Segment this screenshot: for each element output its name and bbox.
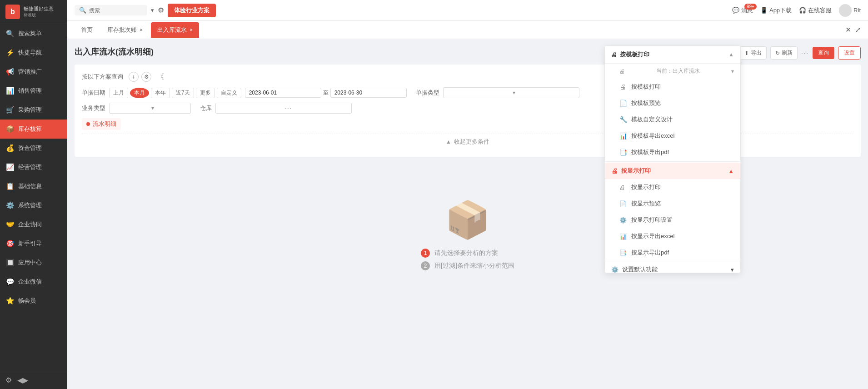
current-icon: 🖨	[619, 68, 625, 75]
tab-home-label: 首页	[81, 26, 93, 34]
setting-btn[interactable]: 设置	[838, 46, 861, 60]
sidebar-item-guide[interactable]: 🎯 新手引导	[0, 234, 67, 253]
dropdown-item-template-custom[interactable]: 🔧 模板自定义设计	[605, 111, 740, 128]
online-service-btn[interactable]: 🎧 在线客服	[799, 6, 832, 15]
filter-add-btn[interactable]: +	[129, 72, 139, 82]
dropdown-title: 🖨 按模板打印	[611, 50, 649, 59]
sidebar-item-purchase[interactable]: 🛒 采购管理	[0, 100, 67, 120]
biztype-label: 业务类型	[82, 104, 105, 112]
query-btn[interactable]: 查询	[813, 47, 834, 59]
display-pdf-icon: 📑	[619, 249, 628, 256]
dropdown-item-template-print[interactable]: 🖨 按模板打印	[605, 79, 740, 95]
sidebar-item-system[interactable]: ⚙️ 系统管理	[0, 196, 67, 215]
topbar: 🔍 ▾ ⚙ 体验行业方案 💬 消息 99+ 📱 App下载 🎧 在线客服	[67, 0, 868, 21]
empty-illustration: 📦	[445, 199, 490, 241]
chevron-up-icon: ▲	[446, 139, 451, 145]
filter-biztype-field: 业务类型 ▾	[82, 103, 191, 114]
date-to-input[interactable]	[330, 88, 407, 98]
filter-actions: + ⚙	[129, 72, 151, 82]
display-settings-icon: ⚙️	[619, 217, 628, 224]
trial-btn[interactable]: 体验行业方案	[168, 4, 216, 17]
tab-flow-label: 出入库流水	[157, 26, 187, 34]
dropdown-collapse-icon[interactable]: ▲	[728, 51, 734, 58]
topbar-search-box[interactable]: 🔍	[75, 5, 147, 15]
filter-date-field: 单据日期 上月 本月 本年 近7天 更多 自定义 至	[82, 88, 407, 98]
dropdown-item-display-excel[interactable]: 📊 按显示导出excel	[611, 228, 740, 244]
topbar-dropdown[interactable]: ▾	[151, 7, 154, 14]
date-btn-last-7-days[interactable]: 近7天	[172, 88, 194, 98]
dropdown-item-template-excel[interactable]: 📊 按模板导出excel	[605, 128, 740, 144]
dropdown-section-display[interactable]: 🖨 按显示打印 ▲	[605, 163, 740, 179]
apps-icon: 🔲	[5, 258, 15, 267]
app-download-btn[interactable]: 📱 App下载	[760, 6, 792, 15]
sidebar-item-label: 应用中心	[18, 259, 42, 267]
settings-bottom-icon[interactable]: ⚙	[5, 376, 12, 384]
dropdown-item-display-pdf[interactable]: 📑 按显示导出pdf	[611, 244, 740, 261]
dropdown-item-display-preview[interactable]: 📄 按显示预览	[611, 195, 740, 212]
sidebar-item-basic[interactable]: 📋 基础信息	[0, 177, 67, 196]
topbar-gear-icon[interactable]: ⚙	[158, 6, 164, 15]
sidebar-item-marketing[interactable]: 📢 营销推广	[0, 62, 67, 81]
warehouse-more-icon: ···	[285, 105, 347, 111]
sidebar-item-label: 营销推广	[18, 68, 42, 76]
sidebar-item-wechat[interactable]: 💬 企业微信	[0, 272, 67, 291]
maximize-btn[interactable]: ⤢	[855, 25, 861, 34]
template-pdf-icon: 📑	[619, 149, 628, 156]
dropdown-header: 🖨 按模板打印 ▲	[605, 46, 740, 64]
system-icon: ⚙️	[5, 201, 15, 210]
date-btn-custom[interactable]: 自定义	[217, 88, 241, 98]
user-avatar-area[interactable]: Rit	[839, 4, 861, 17]
sidebar-item-corp[interactable]: 🤝 企业协同	[0, 215, 67, 234]
dropdown-footer-settings[interactable]: ⚙️ 设置默认功能 ▾	[605, 261, 740, 273]
sidebar-item-inventory[interactable]: 📦 库存核算	[0, 120, 67, 139]
export-btn[interactable]: ⬆ 导出	[739, 46, 767, 60]
topbar-search-input[interactable]	[89, 7, 135, 14]
date-btn-more[interactable]: 更多	[196, 88, 215, 98]
dropdown-item-display-settings[interactable]: ⚙️ 按显示打印设置	[611, 212, 740, 228]
sidebar-item-member[interactable]: ⭐ 畅会员	[0, 291, 67, 310]
sidebar-item-apps[interactable]: 🔲 应用中心	[0, 253, 67, 272]
topbar-search-icon: 🔍	[79, 7, 86, 14]
date-btn-this-month[interactable]: 本月	[130, 88, 149, 98]
tab-batch-close-icon[interactable]: ×	[140, 27, 143, 33]
tab-batch[interactable]: 库存批次账 ×	[101, 22, 149, 38]
sidebar-item-label: 采购管理	[18, 106, 42, 114]
filter-gear-btn[interactable]: ⚙	[141, 72, 151, 82]
sidebar-item-finance[interactable]: 💰 资金管理	[0, 139, 67, 158]
dropdown-item-template-pdf[interactable]: 📑 按模板导出pdf	[605, 144, 740, 160]
filter-collapse-icon[interactable]: 《	[157, 72, 164, 82]
collapse-sidebar-icon[interactable]: ◀▶	[17, 376, 28, 384]
message-btn[interactable]: 💬 消息 99+	[732, 6, 753, 15]
sidebar-item-quicknav[interactable]: ⚡ 快捷导航	[0, 43, 67, 62]
doctype-select[interactable]: ▾	[443, 87, 579, 98]
tab-flow[interactable]: 出入库流水 ×	[151, 22, 199, 38]
biztype-select[interactable]: ▾	[109, 103, 191, 114]
tab-home[interactable]: 首页	[75, 22, 99, 38]
dropdown-item-display-print[interactable]: 🖨 按显示打印	[611, 179, 740, 195]
close-all-tabs-btn[interactable]: ✕	[845, 25, 851, 34]
topbar-dropdown-arrow: ▾	[151, 7, 154, 14]
filter-tag-dot	[86, 122, 90, 126]
dropdown-item-template-preview[interactable]: 📄 按模板预览	[605, 95, 740, 111]
tab-flow-close-icon[interactable]: ×	[190, 27, 193, 33]
sidebar-item-sales[interactable]: 📊 销售管理	[0, 81, 67, 100]
app-download-icon: 📱	[760, 7, 768, 14]
step-2-text: 用[过滤]条件来缩小分析范围	[434, 262, 514, 270]
sidebar-logo: b 畅捷通好生意 标准版	[0, 0, 67, 24]
app-name: 畅捷通好生意	[24, 5, 54, 12]
online-service-label: 在线客服	[808, 6, 832, 15]
filter-tag-label: 流水明细	[93, 120, 116, 128]
filter-doctype-field: 单据类型 ▾	[416, 87, 579, 98]
date-btn-this-year[interactable]: 本年	[151, 88, 170, 98]
filter-label: 按以下方案查询	[82, 73, 123, 81]
sidebar-item-label: 基础信息	[18, 182, 42, 190]
sidebar-item-search[interactable]: 🔍 搜索菜单	[0, 24, 67, 43]
sidebar-item-label: 经营管理	[18, 163, 42, 171]
sidebar-item-operation[interactable]: 📈 经营管理	[0, 158, 67, 177]
date-btn-last-month[interactable]: 上月	[109, 88, 128, 98]
current-arrow: ▾	[731, 68, 734, 75]
warehouse-select[interactable]: ···	[215, 103, 352, 114]
refresh-btn[interactable]: ↻ 刷新	[770, 46, 798, 60]
date-from-input[interactable]	[245, 88, 321, 98]
more-actions-dots[interactable]: ···	[801, 50, 809, 56]
